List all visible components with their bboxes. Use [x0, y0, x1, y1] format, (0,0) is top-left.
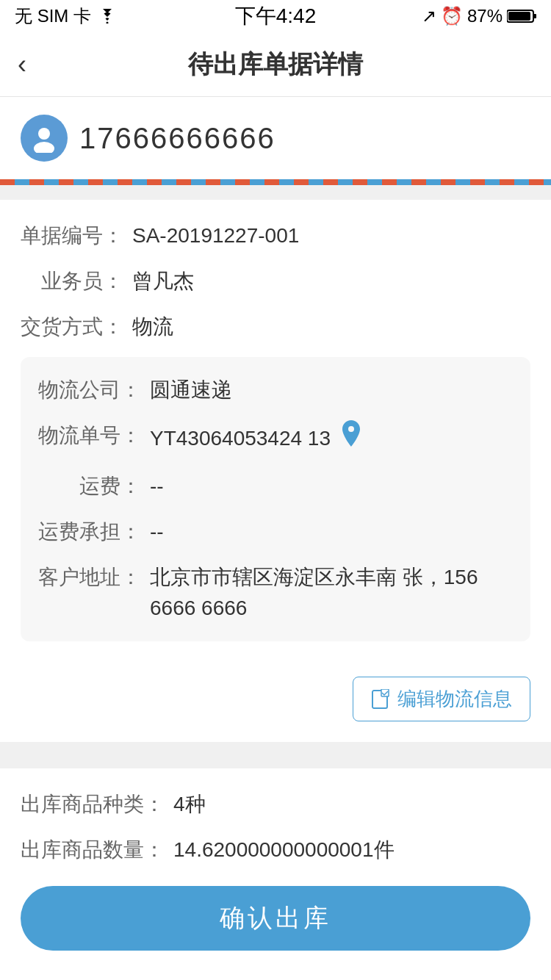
tracking-no-label: 物流单号： [38, 420, 141, 451]
status-bar: 无 SIM 卡 下午4:42 ↗ ⏰ 87% [0, 0, 551, 32]
freight-bearer-value: -- [141, 516, 513, 547]
back-button[interactable]: ‹ [18, 49, 26, 80]
goods-type-value: 4种 [165, 789, 530, 820]
edit-icon [371, 689, 392, 710]
delivery-method-label: 交货方式： [21, 311, 123, 342]
confirm-button[interactable]: 确认出库 [21, 886, 530, 951]
battery-icon [507, 9, 536, 24]
goods-type-row: 出库商品种类： 4种 [21, 789, 530, 820]
confirm-btn-container: 确认出库 [0, 871, 551, 980]
goods-quantity-label: 出库商品数量： [21, 835, 165, 865]
freight-value: -- [141, 471, 513, 502]
dashed-divider [0, 179, 551, 185]
status-bar-right: ↗ ⏰ 87% [422, 6, 536, 26]
basic-info-section: 单据编号： SA-20191227-001 业务员： 曾凡杰 交货方式： 物流 … [0, 200, 551, 662]
freight-bearer-row: 运费承担： -- [38, 516, 513, 547]
nav-bar: ‹ 待出库单据详情 [0, 32, 551, 97]
status-bar-time: 下午4:42 [235, 2, 317, 30]
goods-section: 出库商品种类： 4种 出库商品数量： 14.620000000000001件 [0, 768, 551, 886]
address-row: 客户地址： 北京市市辖区海淀区永丰南 张，156 6666 6666 [38, 562, 513, 624]
svg-point-0 [107, 22, 109, 24]
freight-bearer-label: 运费承担： [38, 516, 141, 547]
location-status-icon: ↗ [422, 6, 436, 26]
carrier-text: 无 SIM 卡 [15, 4, 91, 28]
svg-rect-2 [533, 14, 536, 18]
page-title: 待出库单据详情 [188, 48, 363, 82]
logistics-card: 物流公司： 圆通速递 物流单号： YT43064053424 13 运费： -- [21, 357, 530, 641]
tracking-no-value: YT43064053424 13 [141, 420, 513, 456]
svg-point-5 [34, 142, 54, 153]
alarm-status-icon: ⏰ [441, 6, 463, 26]
customer-header: 17666666666 [0, 97, 551, 179]
goods-quantity-value: 14.620000000000001件 [165, 835, 530, 865]
logistics-company-value: 圆通速递 [141, 375, 513, 406]
freight-row: 运费： -- [38, 471, 513, 502]
document-no-label: 单据编号： [21, 220, 123, 251]
address-value: 北京市市辖区海淀区永丰南 张，156 6666 6666 [141, 562, 513, 624]
wifi-icon [97, 9, 118, 24]
tracking-location-icon[interactable] [339, 420, 363, 456]
sales-person-row: 业务员： 曾凡杰 [21, 266, 530, 297]
document-no-value: SA-20191227-001 [123, 220, 530, 251]
edit-btn-container: 编辑物流信息 [0, 662, 551, 742]
sales-person-value: 曾凡杰 [123, 266, 530, 297]
edit-logistics-button[interactable]: 编辑物流信息 [353, 677, 530, 721]
document-no-row: 单据编号： SA-20191227-001 [21, 220, 530, 251]
logistics-company-row: 物流公司： 圆通速递 [38, 375, 513, 406]
battery-text: 87% [467, 6, 503, 26]
svg-point-4 [38, 128, 50, 140]
delivery-method-value: 物流 [123, 311, 530, 342]
freight-label: 运费： [38, 471, 141, 502]
avatar-icon [29, 123, 59, 153]
address-label: 客户地址： [38, 562, 141, 593]
goods-quantity-row: 出库商品数量： 14.620000000000001件 [21, 835, 530, 865]
goods-type-label: 出库商品种类： [21, 789, 165, 820]
delivery-method-row: 交货方式： 物流 [21, 311, 530, 342]
logistics-company-label: 物流公司： [38, 375, 141, 406]
tracking-no-row: 物流单号： YT43064053424 13 [38, 420, 513, 456]
section-divider [0, 742, 551, 754]
status-bar-left: 无 SIM 卡 [15, 4, 118, 28]
customer-phone: 17666666666 [79, 122, 276, 155]
sales-person-label: 业务员： [21, 266, 123, 297]
svg-rect-3 [508, 12, 530, 21]
avatar [21, 115, 68, 162]
